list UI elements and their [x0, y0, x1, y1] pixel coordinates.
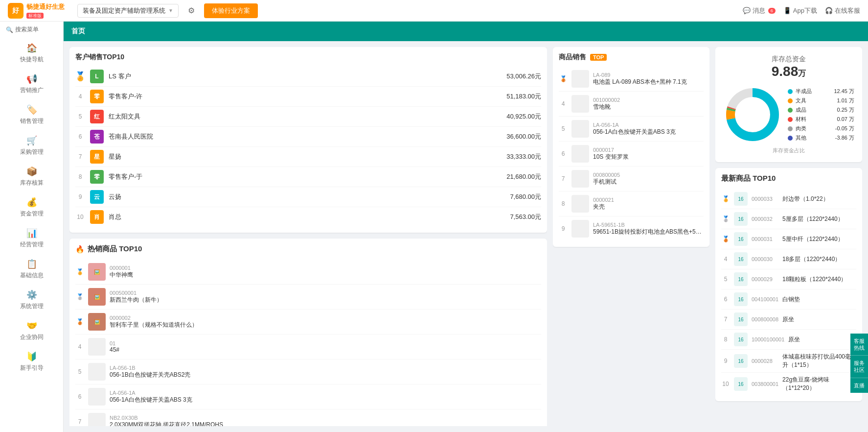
- sidebar-item-guide[interactable]: 🔰 新手引导: [0, 346, 63, 377]
- table-row: 🏅 L LS 客户 53,006.26元: [75, 67, 541, 87]
- list-item: 10 16 003800001 22g鱼豆腐-烧烤味（1*12*20）: [721, 373, 856, 395]
- system-name: 装备及固定资产辅助管理系统: [83, 6, 165, 15]
- basics-icon: 📋: [26, 259, 37, 269]
- list-item: 5 LA-056-1A 056-1A白色按键开关盖ABS 3克: [559, 117, 704, 142]
- table-row: 9 云 云扬 7,680.00元: [75, 187, 541, 207]
- fire-icon: 🔥: [75, 245, 85, 254]
- top-badge: TOP: [590, 54, 607, 61]
- phone-icon: 📱: [783, 7, 791, 14]
- sidebar-item-system[interactable]: ⚙️ 系统管理: [0, 285, 63, 315]
- list-item: 🥉 16 0000031 5厘中纤（1220*2440）: [721, 229, 856, 249]
- list-item: 7 NB2.0X30B 2.0X30MM双搓花轴,搓花直径2.1MM/ROHS: [75, 409, 541, 426]
- table-row: 10 肖 肖总 7,563.00元: [75, 207, 541, 227]
- page-body: 客户销售TOP10 🏅 L LS 客户 53,006.26元 4 零 零售客: [64, 41, 868, 432]
- customer-service-button[interactable]: 客服热线: [850, 334, 868, 356]
- list-item: 🥈 🖼️ 000500001 新西兰牛肉（新牛）: [75, 285, 541, 310]
- sidebar-item-purchase[interactable]: 🛒 采购管理: [0, 130, 63, 161]
- left-panel: 客户销售TOP10 🏅 L LS 客户 53,006.26元 4 零 零售客: [69, 47, 547, 426]
- avatar: 星: [90, 150, 104, 164]
- medal-gold-icon: 🏅: [75, 71, 85, 82]
- product-icon: 16: [734, 192, 748, 206]
- chevron-down-icon: ▼: [168, 8, 173, 13]
- list-item: 6 16 004100001 白钢垫: [721, 289, 856, 310]
- sidebar: 🔍 搜索菜单 🏠 快捷导航 📢 营销推广 🏷️ 销售管理 🛒 采购管理 📦 库存…: [0, 22, 64, 432]
- sidebar-item-basics[interactable]: 📋 基础信息: [0, 254, 63, 285]
- live-button[interactable]: 直播: [850, 378, 868, 393]
- avatar: L: [90, 70, 104, 83]
- topbar-right: 💬 消息 6 📱 App下载 🎧 在线客服: [743, 6, 860, 15]
- headset-icon: 🎧: [825, 7, 833, 14]
- list-item: 7 000800005 手机测试: [559, 167, 704, 192]
- logo-area: 好 畅捷通好生意 标准版: [8, 2, 71, 19]
- right-panel: 库存总资金 9.88万: [715, 47, 862, 426]
- customer-ranking-card: 客户销售TOP10 🏅 L LS 客户 53,006.26元 4 零 零售客: [69, 47, 547, 233]
- hot-products-card: 🔥 热销商品 TOP10 🏅 🖼️ 0000001 中华神鹰: [69, 239, 547, 426]
- product-image: [571, 70, 589, 88]
- search-menu[interactable]: 🔍 搜索菜单: [0, 22, 63, 38]
- legend-item: 材料 0.07 万: [788, 116, 854, 123]
- new-products-title: 最新商品 TOP10: [721, 174, 856, 183]
- logo-icon: 好: [8, 3, 23, 19]
- customer-ranking-table: 🏅 L LS 客户 53,006.26元 4 零 零售客户-许 51,183.0…: [75, 67, 541, 227]
- list-item: 🥈 16 0000032 5厘多层（1220*2440）: [721, 209, 856, 229]
- online-service-button[interactable]: 🎧 在线客服: [825, 6, 860, 15]
- product-image: [88, 338, 106, 356]
- sidebar-item-sales[interactable]: 🏷️ 销售管理: [0, 99, 63, 130]
- donut-chart: [723, 85, 782, 144]
- product-image: [571, 145, 589, 163]
- finance-icon: 💰: [26, 197, 37, 208]
- sidebar-item-quick-nav[interactable]: 🏠 快捷导航: [0, 38, 63, 69]
- sidebar-item-finance[interactable]: 💰 资金管理: [0, 192, 63, 223]
- settings-icon[interactable]: ⚙: [184, 4, 198, 18]
- system-icon: ⚙️: [26, 289, 37, 300]
- message-button[interactable]: 💬 消息 6: [743, 6, 776, 15]
- sidebar-item-marketing[interactable]: 📢 营销推广: [0, 69, 63, 99]
- sidebar-item-inventory[interactable]: 📦 库存核算: [0, 161, 63, 192]
- enterprise-icon: 🤝: [26, 320, 37, 331]
- system-selector[interactable]: 装备及固定资产辅助管理系统 ▼: [77, 4, 179, 18]
- product-image: 🖼️: [88, 313, 106, 331]
- new-products-card: 最新商品 TOP10 🏅 16 0000033 封边带（1.0*22） 🥈 16: [715, 168, 862, 401]
- product-sales-title: 商品销售 TOP: [559, 53, 704, 62]
- inventory-amount: 9.88万: [723, 64, 854, 79]
- app-download-button[interactable]: 📱 App下载: [783, 6, 817, 15]
- product-image: [571, 170, 589, 188]
- legend-item: 其他 -3.86 万: [788, 134, 854, 142]
- logo-text: 畅捷通好生意 标准版: [26, 2, 65, 19]
- list-item: 🏅 🖼️ 0000001 中华神鹰: [75, 260, 541, 285]
- try-button[interactable]: 体验行业方案: [204, 3, 258, 18]
- avatar: 红: [90, 110, 104, 123]
- sidebar-item-enterprise[interactable]: 🤝 企业协同: [0, 315, 63, 346]
- product-icon: 16: [734, 377, 748, 391]
- main-layout: 🔍 搜索菜单 🏠 快捷导航 📢 营销推广 🏷️ 销售管理 🛒 采购管理 📦 库存…: [0, 22, 868, 432]
- list-item: 4 16 0000030 18多层（1220*2440）: [721, 249, 856, 269]
- product-image: [88, 413, 106, 426]
- inventory-ratio-label: 库存资金占比: [723, 147, 854, 154]
- page-header: 首页: [64, 22, 868, 41]
- list-item: 6 LA-056-1A 056-1A白色按键开关盖ABS 3克: [75, 384, 541, 409]
- search-icon: 🔍: [6, 26, 13, 33]
- avatar: 肖: [90, 210, 104, 224]
- product-icon: 16: [734, 232, 748, 246]
- operations-icon: 📊: [26, 228, 37, 239]
- chart-area: 半成品 12.45 万 文具 1.01 万 成品 0: [723, 85, 854, 144]
- list-item: 8 0000021 夹壳: [559, 192, 704, 216]
- product-icon: 16: [734, 312, 748, 326]
- avatar: 零: [90, 90, 104, 103]
- home-icon: 🏠: [26, 43, 37, 53]
- message-icon: 💬: [743, 7, 751, 14]
- product-image: [571, 220, 589, 238]
- legend-item: 文具 1.01 万: [788, 97, 854, 104]
- inventory-icon: 📦: [26, 166, 37, 177]
- service-community-button[interactable]: 服务社区: [850, 356, 868, 378]
- legend-item: 肉类 -0.05 万: [788, 125, 854, 132]
- product-image: 🖼️: [88, 263, 106, 281]
- legend-item: 半成品 12.45 万: [788, 88, 854, 95]
- purchase-icon: 🛒: [26, 135, 37, 146]
- avatar: 云: [90, 190, 104, 204]
- list-item: 8 16 10000100001 原坐: [721, 330, 856, 350]
- sidebar-item-operations[interactable]: 📊 经营管理: [0, 223, 63, 254]
- avatar: 苍: [90, 130, 104, 144]
- marketing-icon: 📢: [26, 73, 37, 84]
- middle-panel: 商品销售 TOP 🥉 LA-089 电池盖 LA-089 ABS本色+黑种 7.…: [553, 47, 709, 426]
